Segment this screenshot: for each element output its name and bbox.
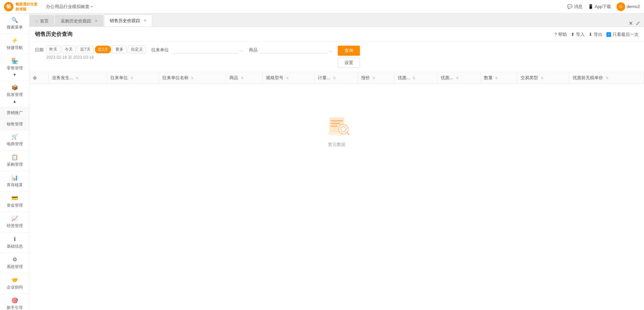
sidebar-item-wholesale-mgmt[interactable]: 📦 批发管理 ▲	[0, 81, 29, 107]
sidebar-item-quick-nav[interactable]: ⚡ 快捷导航	[0, 34, 29, 54]
sidebar-item-system-mgmt[interactable]: ⚙ 系统管理	[0, 253, 29, 273]
tab-close-purchase-icon[interactable]: ✕	[95, 19, 98, 23]
sidebar-item-basic-info[interactable]: ℹ 基础信息	[0, 232, 29, 253]
sort-icon: ⇅	[456, 76, 459, 80]
filter-bar: 日期 昨天 今天 近7天 近1月 更多 自定义 2023-02-18 至 202…	[30, 42, 644, 72]
user-avatar[interactable]: D demo2	[616, 2, 640, 11]
partner-filter-group: 往来单位 ...	[151, 46, 244, 54]
col-discount1[interactable]: 优惠... ⇅	[394, 72, 437, 84]
empty-state: 暂元数据	[30, 84, 644, 174]
tab-home[interactable]: ⌂ 首页	[30, 15, 54, 27]
more-btn[interactable]: 更多	[112, 46, 126, 53]
sort-icon: ⇅	[241, 76, 244, 80]
wholesale-icon: 📦	[11, 84, 18, 91]
page-title: 销售历史价查询	[35, 31, 72, 38]
close-all-tabs-button[interactable]: ✕	[629, 20, 633, 27]
search-icon: 🔍	[11, 17, 18, 23]
top-bar: 畅 畅捷通好生意 标准版 办公用品行业模拟账套 ▾ 💬 消息 📱 App下载 D…	[0, 0, 644, 13]
last1month-btn[interactable]: 近1月	[95, 46, 111, 53]
export-icon: ⬇	[589, 32, 592, 37]
action-buttons: 查询 设置	[338, 46, 360, 68]
enterprise-icon: 🤝	[11, 277, 18, 283]
col-product[interactable]: 商品 ⇅	[226, 72, 263, 84]
sort-icon: ⇅	[606, 76, 608, 80]
sidebar-item-guide[interactable]: 🎯 新手引导	[0, 294, 29, 310]
col-partner-name[interactable]: 往来单位名称 ⇅	[159, 72, 226, 84]
yesterday-btn[interactable]: 昨天	[46, 46, 60, 53]
logo-text: 畅捷通好生意 标准版	[15, 2, 38, 11]
col-quote[interactable]: 报价 ⇅	[358, 72, 394, 84]
workspace-selector[interactable]: 办公用品行业模拟账套 ▾	[42, 4, 93, 10]
table-header: ⚙ 业务发生... ⇅ 往来单位 ⇅ 往来单位名称	[30, 72, 644, 84]
ecommerce-icon: 🛒	[11, 134, 18, 140]
date-filter-group: 日期 昨天 今天 近7天 近1月 更多 自定义 2023-02-18 至 202…	[35, 46, 146, 60]
finance-icon: 💳	[11, 195, 18, 201]
sidebar-item-sales-mgmt[interactable]: 销售管理	[0, 119, 29, 130]
product-dots[interactable]: ...	[329, 47, 332, 52]
help-button[interactable]: ? 帮助	[554, 32, 567, 38]
data-table: ⚙ 业务发生... ⇅ 往来单位 ⇅ 往来单位名称	[30, 72, 644, 84]
sort-icon: ⇅	[541, 76, 543, 80]
system-icon: ⚙	[12, 256, 17, 263]
date-range-text: 2023-02-18 至 2023-03-18	[46, 55, 146, 60]
tab-purchase-history[interactable]: 采购历史价跟踪 ✕	[55, 15, 103, 27]
retail-icon: 🏪	[11, 58, 18, 64]
col-partner-code[interactable]: 往来单位 ⇅	[107, 72, 159, 84]
basic-info-icon: ℹ	[14, 236, 16, 242]
page-header-actions: ? 帮助 ⬆ 导入 ⬇ 导出 ✓ 只看最后一次	[554, 32, 639, 38]
sort-icon: ⇅	[333, 76, 336, 80]
retail-arrow-icon: ▼	[13, 72, 17, 77]
sidebar-item-retail-mgmt[interactable]: 🏪 零售管理 ▼	[0, 54, 29, 81]
avatar: D	[616, 2, 625, 11]
operations-icon: 📈	[11, 215, 18, 222]
phone-icon: 📱	[588, 4, 593, 9]
sidebar-item-purchase-mgmt[interactable]: 📋 采购管理	[0, 151, 29, 171]
svg-rect-4	[331, 125, 337, 127]
sidebar-item-marketing[interactable]: 营销推广	[0, 107, 29, 119]
sort-icon: ⇅	[413, 76, 415, 80]
settings-button[interactable]: 设置	[338, 58, 360, 68]
col-gear[interactable]: ⚙	[30, 72, 49, 84]
sidebar-item-finance[interactable]: 💳 资金管理	[0, 192, 29, 212]
custom-btn[interactable]: 自定义	[128, 46, 146, 53]
query-button[interactable]: 查询	[338, 46, 360, 56]
today-btn[interactable]: 今天	[62, 46, 76, 53]
product-filter-group: 商品 ...	[249, 46, 332, 54]
tab-close-sales-icon[interactable]: ✕	[144, 18, 147, 23]
chevron-down-icon: ▾	[91, 5, 93, 8]
partner-dots[interactable]: ...	[240, 47, 244, 52]
partner-input-group: ...	[171, 46, 244, 54]
tab-sales-history[interactable]: 销售历史价跟踪 ✕	[104, 14, 152, 27]
only-last-checkbox[interactable]: ✓	[606, 32, 611, 37]
partner-input[interactable]	[171, 46, 238, 54]
sidebar-item-inventory[interactable]: 📊 库存核算	[0, 171, 29, 192]
home-icon: ⌂	[35, 18, 38, 23]
wholesale-arrow-icon: ▲	[13, 99, 17, 104]
app-download-button[interactable]: 📱 App下载	[588, 4, 611, 10]
sidebar-item-ecommerce[interactable]: 🛒 电商管理	[0, 130, 29, 151]
col-business-date[interactable]: 业务发生... ⇅	[49, 72, 107, 84]
expand-button[interactable]: ⤢	[636, 20, 640, 27]
sidebar-item-operations[interactable]: 📈 经营管理	[0, 212, 29, 232]
purchase-icon: 📋	[11, 154, 18, 160]
export-button[interactable]: ⬇ 导出	[589, 32, 602, 38]
col-transaction-type[interactable]: 交易类型 ⇅	[517, 72, 569, 84]
sort-icon: ⇅	[191, 76, 194, 80]
col-discount2[interactable]: 优惠... ⇅	[437, 72, 480, 84]
import-button[interactable]: ⬆ 导入	[571, 32, 585, 38]
message-icon: 💬	[567, 4, 573, 9]
guide-icon: 🎯	[11, 297, 18, 304]
date-options: 昨天 今天 近7天 近1月 更多 自定义 2023-02-18 至 2023-0…	[46, 46, 146, 60]
message-button[interactable]: 💬 消息	[567, 4, 583, 10]
sidebar-item-enterprise[interactable]: 🤝 企业协同	[0, 273, 29, 294]
last7days-btn[interactable]: 近7天	[77, 46, 94, 53]
product-input[interactable]	[260, 46, 327, 54]
col-spec[interactable]: 规格型号 ⇅	[263, 72, 315, 84]
col-quantity[interactable]: 数量 ⇅	[480, 72, 517, 84]
col-unit[interactable]: 计量... ⇅	[315, 72, 358, 84]
sort-icon: ⇅	[76, 76, 78, 80]
tab-bar-actions: ✕ ⤢	[629, 20, 644, 27]
sidebar-item-search-menu[interactable]: 🔍 搜索菜单	[0, 13, 29, 34]
top-bar-left: 畅 畅捷通好生意 标准版 办公用品行业模拟账套 ▾	[4, 2, 93, 11]
col-pre-tax-price[interactable]: 优惠前无税单价 ⇅	[569, 72, 644, 84]
